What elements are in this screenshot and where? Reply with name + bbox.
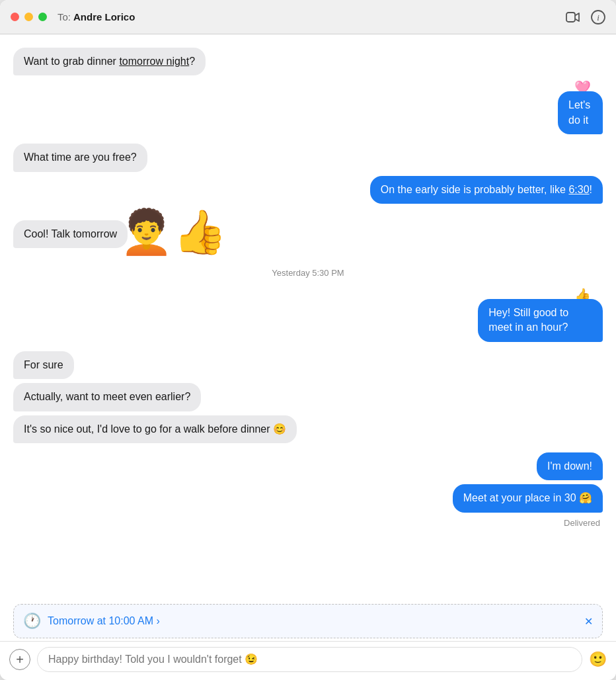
recipient-name: Andre Lorico [73, 11, 135, 22]
message-bubble: For sure [13, 351, 74, 379]
message-row: What time are you free? [13, 144, 603, 171]
message-bubble: Hey! Still good to meet in an hour? [478, 299, 603, 342]
title-bar: To: Andre Lorico i [0, 0, 616, 34]
input-area: + 🙂 [0, 641, 616, 680]
message-bubble: What time are you free? [13, 144, 147, 171]
message-group-right: 👍 Hey! Still good to meet in an hour? [13, 287, 603, 342]
memoji-sticker: 🧑‍🦱👍 [120, 210, 227, 253]
close-button[interactable] [11, 13, 19, 21]
message-bubble: I'm down! [537, 452, 603, 480]
message-bubble: On the early side is probably better, li… [370, 176, 603, 204]
svg-text:i: i [597, 13, 599, 22]
info-button[interactable]: i [591, 10, 605, 24]
close-icon: ✕ [584, 616, 593, 627]
message-text: On the early side is probably better, li… [381, 184, 592, 195]
plus-icon: + [16, 652, 24, 667]
messages-window: To: Andre Lorico i Want to grab dinner t… [0, 0, 616, 680]
video-call-button[interactable] [566, 12, 580, 22]
message-row: Hey! Still good to meet in an hour? [420, 299, 603, 342]
scheduled-banner: 🕐 Tomorrow at 10:00 AM › ✕ [13, 604, 603, 638]
message-text: Cool! Talk tomorrow [24, 228, 117, 239]
to-label: To: [58, 11, 71, 22]
message-input[interactable] [37, 647, 582, 672]
emoji-button[interactable]: 🙂 [589, 651, 607, 668]
scheduled-time[interactable]: Tomorrow at 10:00 AM › [48, 615, 160, 627]
message-bubble: Cool! Talk tomorrow [13, 220, 128, 248]
message-text: Want to grab dinner tomorrow night? [24, 56, 195, 67]
emoji-icon: 🙂 [589, 651, 607, 667]
message-row: On the early side is probably better, li… [13, 176, 603, 204]
fullscreen-button[interactable] [38, 13, 47, 21]
message-row: Actually, want to meet even earlier? [13, 383, 603, 411]
messages-area[interactable]: Want to grab dinner tomorrow night? 🩷 Le… [0, 34, 616, 599]
message-text: Actually, want to meet even earlier? [24, 391, 190, 402]
message-text: For sure [24, 359, 63, 370]
timestamp: Yesterday 5:30 PM [13, 268, 603, 278]
message-bubble: Meet at your place in 30 🤗 [453, 484, 603, 512]
message-bubble: Want to grab dinner tomorrow night? [13, 48, 206, 75]
message-row: Meet at your place in 30 🤗 [13, 484, 603, 512]
delivered-status: Delivered [13, 518, 603, 528]
chevron-right-icon: › [157, 615, 160, 626]
scheduled-time-text: Tomorrow at 10:00 AM [48, 615, 153, 626]
svg-rect-0 [566, 13, 575, 22]
message-text: It's so nice out, I'd love to go for a w… [24, 423, 286, 435]
message-row: It's so nice out, I'd love to go for a w… [13, 415, 603, 443]
title-bar-actions: i [566, 10, 605, 24]
message-text: I'm down! [547, 460, 592, 472]
message-row: Want to grab dinner tomorrow night? [13, 48, 603, 75]
clock-icon: 🕐 [23, 613, 41, 630]
message-text: What time are you free? [24, 151, 137, 163]
traffic-lights [11, 13, 47, 21]
message-row: For sure [13, 351, 603, 379]
message-text: Meet at your place in 30 🤗 [463, 492, 592, 503]
message-group-right: 🩷 Let's do it [13, 79, 603, 134]
add-button[interactable]: + [9, 649, 30, 670]
message-row: I'm down! [13, 452, 603, 480]
message-row: Let's do it [537, 91, 603, 134]
message-text: Let's do it [568, 99, 590, 125]
close-scheduled-button[interactable]: ✕ [584, 615, 593, 628]
minimize-button[interactable] [24, 13, 33, 21]
message-text: Hey! Still good to meet in an hour? [488, 307, 568, 333]
message-row: Cool! Talk tomorrow 🧑‍🦱👍 [13, 210, 603, 253]
message-bubble: Let's do it [558, 91, 603, 134]
message-bubble: Actually, want to meet even earlier? [13, 383, 201, 411]
message-bubble: It's so nice out, I'd love to go for a w… [13, 415, 297, 443]
